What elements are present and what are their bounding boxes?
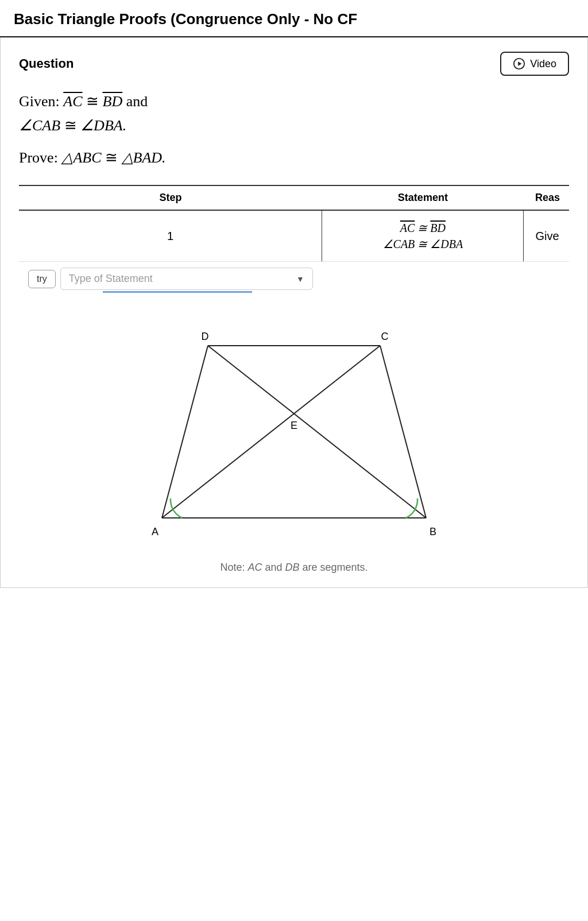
try-row-inner: try Type of Statement ▼	[28, 268, 313, 290]
prove-section: Prove: △ABC ≅ △BAD.	[19, 149, 569, 167]
note-text: Note: AC and DB are segments.	[220, 562, 368, 574]
point-c-label: C	[381, 331, 389, 342]
svg-line-7	[380, 346, 426, 518]
table-header-reason: Reas	[524, 185, 569, 210]
given-eq2-left: ∠CAB	[19, 117, 60, 134]
chevron-down-icon: ▼	[296, 274, 304, 284]
table-row: 1 AC ≅ BD ∠CAB ≅ ∠DBA Give	[19, 210, 569, 262]
proof-table: Step Statement Reas 1 AC ≅ BD ∠CAB ≅ ∠DB…	[19, 185, 569, 293]
svg-line-4	[208, 346, 426, 518]
statement-1-line1: AC ≅ BD	[331, 221, 514, 235]
given-eq1-right: BD	[103, 93, 126, 110]
try-button[interactable]: try	[28, 270, 56, 288]
try-reason-cell	[524, 262, 569, 293]
prove-congruent: ≅	[105, 149, 122, 166]
dropdown-placeholder: Type of Statement	[69, 273, 153, 285]
note-and: and	[265, 562, 285, 573]
prove-eq-left: △ABC	[61, 149, 101, 166]
question-label: Question	[19, 56, 74, 71]
video-button[interactable]: Video	[500, 52, 569, 76]
play-icon	[513, 57, 525, 70]
dropdown-underline	[103, 291, 252, 293]
try-row: try Type of Statement ▼	[19, 262, 569, 293]
note-prefix: Note:	[220, 562, 245, 573]
given-eq2-right: ∠DBA.	[80, 117, 126, 134]
type-of-statement-dropdown[interactable]: Type of Statement ▼	[60, 268, 313, 290]
try-step-cell: try Type of Statement ▼	[19, 262, 322, 293]
statement-1-line2: ∠CAB ≅ ∠DBA	[331, 237, 514, 251]
video-button-label: Video	[530, 58, 556, 70]
given-prefix: Given:	[19, 93, 60, 110]
svg-marker-1	[518, 61, 521, 65]
prove-eq-right: △BAD.	[122, 149, 166, 166]
note-ac: AC	[247, 562, 262, 573]
diagram-container: D C E A B Note: AC and DB are segments.	[19, 311, 569, 574]
reason-1: Give	[524, 210, 569, 262]
given-congruent-2: ≅	[64, 117, 81, 134]
note-db: DB	[285, 562, 300, 573]
statement-1: AC ≅ BD ∠CAB ≅ ∠DBA	[322, 210, 524, 262]
step-1: 1	[19, 210, 322, 262]
table-header-statement: Statement	[322, 185, 524, 210]
geometry-diagram: D C E A B	[116, 311, 472, 552]
prove-prefix: Prove:	[19, 149, 61, 166]
svg-line-2	[162, 346, 380, 518]
point-a-label: A	[152, 526, 158, 537]
main-content: Question Video Given: AC ≅ BD and ∠CAB ≅…	[0, 37, 588, 588]
question-row: Question Video	[19, 52, 569, 76]
point-d-label: D	[202, 331, 209, 342]
given-congruent-1: ≅	[86, 93, 103, 110]
given-eq1-left: AC	[63, 93, 86, 110]
point-b-label: B	[430, 526, 436, 537]
given-section: Given: AC ≅ BD and ∠CAB ≅ ∠DBA.	[19, 90, 569, 137]
note-suffix: are segments.	[303, 562, 368, 573]
point-e-label: E	[291, 420, 297, 431]
table-header-step: Step	[19, 185, 322, 210]
try-statement-cell	[322, 262, 524, 293]
page-title: Basic Triangle Proofs (Congruence Only -…	[0, 0, 588, 37]
given-and: and	[126, 93, 148, 110]
svg-line-6	[162, 346, 208, 518]
